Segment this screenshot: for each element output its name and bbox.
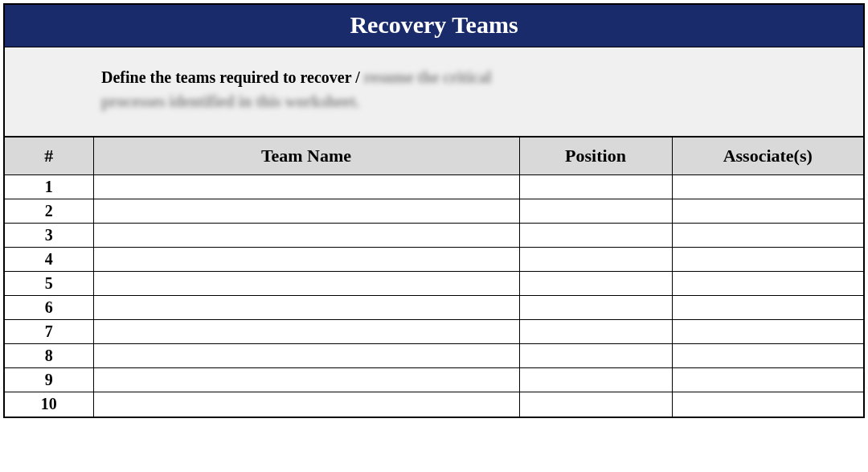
col-header-number: #: [5, 137, 93, 175]
associates-cell[interactable]: [672, 368, 863, 392]
associates-cell[interactable]: [672, 224, 863, 248]
team-name-cell[interactable]: [93, 272, 519, 296]
associates-cell[interactable]: [672, 296, 863, 320]
table-row: 3: [5, 224, 863, 248]
instruction-visible: Define the teams required to recover /: [101, 68, 364, 86]
team-name-cell[interactable]: [93, 392, 519, 417]
col-header-position: Position: [519, 137, 672, 175]
team-name-cell[interactable]: [93, 199, 519, 224]
position-cell[interactable]: [519, 296, 672, 320]
table-row: 5: [5, 272, 863, 296]
row-number: 6: [5, 296, 93, 320]
table-row: 8: [5, 344, 863, 368]
team-name-cell[interactable]: [93, 224, 519, 248]
table-row: 7: [5, 320, 863, 344]
row-number: 5: [5, 272, 93, 296]
position-cell[interactable]: [519, 248, 672, 272]
team-name-cell[interactable]: [93, 320, 519, 344]
position-cell[interactable]: [519, 272, 672, 296]
instruction-text: Define the teams required to recover / r…: [101, 65, 863, 113]
col-header-associates: Associate(s): [672, 137, 863, 175]
worksheet-container: Recovery Teams Define the teams required…: [3, 3, 865, 418]
team-name-cell[interactable]: [93, 248, 519, 272]
recovery-teams-table: # Team Name Position Associate(s) 1 2 3: [5, 137, 863, 417]
associates-cell[interactable]: [672, 272, 863, 296]
position-cell[interactable]: [519, 199, 672, 224]
associates-cell[interactable]: [672, 248, 863, 272]
instruction-blurred-2: processes identified in this worksheet.: [101, 92, 359, 110]
instruction-blurred-1: resume the critical: [364, 68, 491, 86]
row-number: 8: [5, 344, 93, 368]
position-cell[interactable]: [519, 224, 672, 248]
team-name-cell[interactable]: [93, 296, 519, 320]
associates-cell[interactable]: [672, 320, 863, 344]
position-cell[interactable]: [519, 368, 672, 392]
position-cell[interactable]: [519, 320, 672, 344]
row-number: 3: [5, 224, 93, 248]
team-name-cell[interactable]: [93, 344, 519, 368]
row-number: 4: [5, 248, 93, 272]
table-row: 1: [5, 175, 863, 199]
row-number: 7: [5, 320, 93, 344]
table-body: 1 2 3 4: [5, 175, 863, 417]
table-row: 6: [5, 296, 863, 320]
instruction-block: Define the teams required to recover / r…: [5, 47, 863, 137]
associates-cell[interactable]: [672, 175, 863, 199]
row-number: 9: [5, 368, 93, 392]
table-row: 4: [5, 248, 863, 272]
team-name-cell[interactable]: [93, 175, 519, 199]
position-cell[interactable]: [519, 344, 672, 368]
position-cell[interactable]: [519, 175, 672, 199]
row-number: 10: [5, 392, 93, 417]
table-row: 9: [5, 368, 863, 392]
team-name-cell[interactable]: [93, 368, 519, 392]
associates-cell[interactable]: [672, 199, 863, 224]
row-number: 2: [5, 199, 93, 224]
row-number: 1: [5, 175, 93, 199]
table-header-row: # Team Name Position Associate(s): [5, 137, 863, 175]
associates-cell[interactable]: [672, 344, 863, 368]
page-title: Recovery Teams: [5, 5, 863, 47]
col-header-team-name: Team Name: [93, 137, 519, 175]
position-cell[interactable]: [519, 392, 672, 417]
table-row: 2: [5, 199, 863, 224]
table-row: 10: [5, 392, 863, 417]
associates-cell[interactable]: [672, 392, 863, 417]
